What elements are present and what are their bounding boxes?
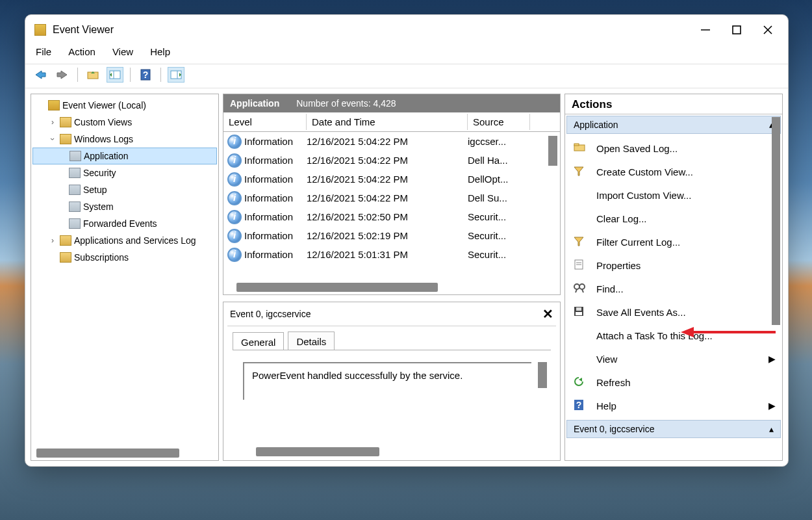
menubar: File Action View Help xyxy=(25,44,788,64)
cell-level: Information xyxy=(244,155,307,166)
tree-custom-views[interactable]: ›Custom Views xyxy=(32,114,217,131)
tree-setup[interactable]: Setup xyxy=(32,181,217,198)
maximize-button[interactable] xyxy=(731,24,742,36)
menu-action[interactable]: Action xyxy=(68,46,95,57)
event-row[interactable]: Information 12/16/2021 5:02:50 PM Securi… xyxy=(223,207,560,226)
action-help[interactable]: ? Help ▶ xyxy=(566,394,781,417)
action-import-custom-view[interactable]: Import Custom View... xyxy=(566,183,781,207)
cell-date: 12/16/2021 5:02:50 PM xyxy=(307,211,468,222)
help-icon[interactable]: ? xyxy=(137,67,154,83)
tree-security[interactable]: Security xyxy=(32,164,217,181)
tab-details[interactable]: Details xyxy=(288,332,335,350)
submenu-icon: ▶ xyxy=(768,354,776,364)
action-open-saved-log[interactable]: Open Saved Log... xyxy=(566,136,781,160)
event-detail-pane: Event 0, igccservice ✕ General Details P… xyxy=(223,302,561,461)
tree-application[interactable]: Application xyxy=(32,148,217,164)
event-row[interactable]: Information 12/16/2021 5:02:19 PM Securi… xyxy=(223,226,560,245)
close-button[interactable] xyxy=(762,24,774,36)
cell-date: 12/16/2021 5:04:22 PM xyxy=(307,136,468,147)
svg-line-25 xyxy=(576,289,577,292)
minimize-button[interactable] xyxy=(700,24,711,36)
action-label: Filter Current Log... xyxy=(596,237,776,248)
action-label: Import Custom View... xyxy=(596,190,776,201)
actions-header: Actions xyxy=(565,94,782,114)
titlebar[interactable]: Event Viewer xyxy=(25,15,788,44)
menu-help[interactable]: Help xyxy=(150,46,170,57)
svg-marker-4 xyxy=(36,71,45,79)
event-row[interactable]: Information 12/16/2021 5:04:22 PM igccse… xyxy=(223,132,560,151)
svg-point-24 xyxy=(579,284,585,289)
tab-general[interactable]: General xyxy=(233,332,284,350)
event-message: PowerEvent handled successfully by the s… xyxy=(243,362,531,400)
toolbar: ? xyxy=(25,64,788,88)
actions-section-event[interactable]: Event 0, igccservice ▴ xyxy=(566,420,781,438)
none-icon xyxy=(573,212,589,225)
event-row[interactable]: Information 12/16/2021 5:04:22 PM Dell S… xyxy=(223,188,560,207)
action-create-custom-view[interactable]: Create Custom View... xyxy=(566,160,781,183)
none-icon xyxy=(573,329,589,342)
event-row[interactable]: Information 12/16/2021 5:01:31 PM Securi… xyxy=(223,245,560,264)
svg-rect-1 xyxy=(733,26,741,34)
tree-label: Custom Views xyxy=(74,117,132,127)
tree-root[interactable]: Event Viewer (Local) xyxy=(32,97,217,114)
col-date[interactable]: Date and Time xyxy=(307,114,468,130)
folder-icon xyxy=(573,142,589,155)
cell-source: DellOpt... xyxy=(468,174,520,185)
event-list-title: Application xyxy=(230,98,279,109)
cell-source: Securit... xyxy=(468,230,520,241)
detail-scrollbar[interactable] xyxy=(538,362,547,388)
event-list-hscrollbar[interactable] xyxy=(236,283,438,292)
menu-view[interactable]: View xyxy=(112,46,133,57)
list-pane-icon[interactable] xyxy=(107,67,123,83)
actions-scrollbar[interactable] xyxy=(772,117,780,325)
information-icon xyxy=(227,172,242,187)
action-label: View xyxy=(596,354,768,365)
information-icon xyxy=(227,229,242,243)
action-clear-log[interactable]: Clear Log... xyxy=(566,207,781,230)
funnel-icon xyxy=(573,165,589,178)
action-find[interactable]: Find... xyxy=(566,277,781,300)
tree-subscriptions[interactable]: Subscriptions xyxy=(32,249,217,266)
app-icon xyxy=(34,24,46,36)
tree-label: System xyxy=(83,202,114,212)
action-label: Help xyxy=(596,400,768,411)
col-source[interactable]: Source xyxy=(468,114,530,130)
action-view[interactable]: View ▶ xyxy=(566,347,781,370)
refresh-icon xyxy=(573,376,589,389)
column-headers[interactable]: Level Date and Time Source xyxy=(223,112,560,132)
menu-file[interactable]: File xyxy=(36,46,51,57)
information-icon xyxy=(227,210,242,224)
close-detail-button[interactable]: ✕ xyxy=(542,306,553,322)
back-button[interactable] xyxy=(32,67,49,83)
tree-forwarded-events[interactable]: Forwarded Events xyxy=(32,215,217,232)
action-label: Open Saved Log... xyxy=(596,143,776,154)
svg-line-26 xyxy=(582,289,583,292)
event-row[interactable]: Information 12/16/2021 5:04:22 PM DellOp… xyxy=(223,170,560,188)
event-list-pane: Application Number of events: 4,428 Leve… xyxy=(223,94,561,295)
cell-source: Securit... xyxy=(468,249,520,260)
svg-point-23 xyxy=(574,284,579,289)
forward-button[interactable] xyxy=(54,67,71,83)
event-viewer-window: Event Viewer File Action View Help ? Eve… xyxy=(25,14,789,467)
action-properties[interactable]: Properties xyxy=(566,254,781,277)
event-row[interactable]: Information 12/16/2021 5:04:22 PM Dell H… xyxy=(223,151,560,170)
tree-windows-logs[interactable]: ›Windows Logs xyxy=(32,131,217,148)
action-label: Refresh xyxy=(596,377,776,388)
action-refresh[interactable]: Refresh xyxy=(566,370,781,394)
action-save-all-events-as[interactable]: Save All Events As... xyxy=(566,300,781,324)
tree-scrollbar[interactable] xyxy=(36,448,179,458)
action-filter-current-log[interactable]: Filter Current Log... xyxy=(566,230,781,254)
event-list-scrollbar[interactable] xyxy=(548,136,557,166)
folder-up-icon[interactable] xyxy=(84,67,101,83)
preview-pane-icon[interactable] xyxy=(168,67,184,83)
navigation-tree-pane: Event Viewer (Local) ›Custom Views ›Wind… xyxy=(31,94,219,461)
cell-source: Dell Su... xyxy=(468,192,520,203)
detail-hscrollbar[interactable] xyxy=(256,447,379,456)
tree-system[interactable]: System xyxy=(32,198,217,215)
actions-section-application[interactable]: Application ▴ xyxy=(566,116,781,134)
tree-applications-services[interactable]: ›Applications and Services Log xyxy=(32,232,217,249)
action-label: Save All Events As... xyxy=(596,307,776,318)
svg-text:?: ? xyxy=(143,70,149,80)
cell-level: Information xyxy=(244,230,307,241)
col-level[interactable]: Level xyxy=(223,114,307,130)
